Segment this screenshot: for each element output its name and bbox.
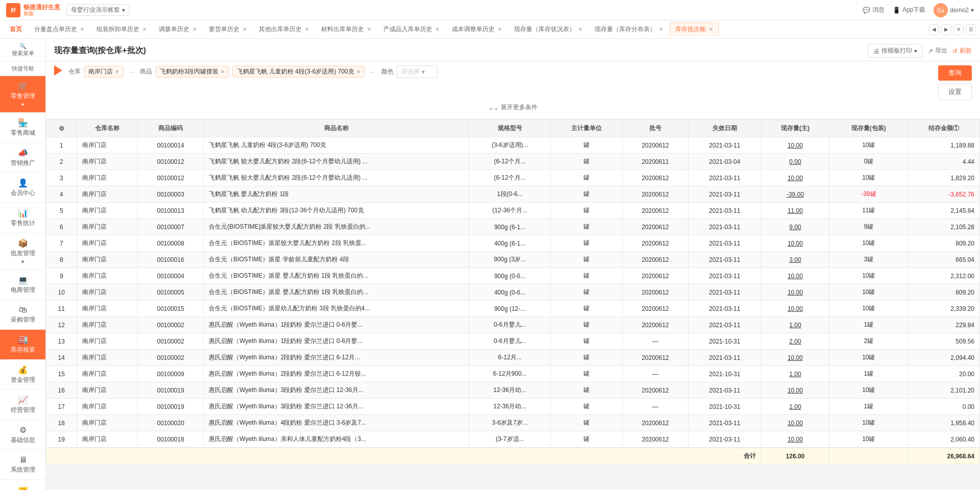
- remove-product-tag1-btn[interactable]: ✕: [220, 69, 225, 75]
- tab-other-out[interactable]: 其他出库单历史 ✕: [253, 22, 314, 36]
- sidebar-item-ecommerce[interactable]: 💻 电商管理: [0, 270, 45, 300]
- tab-require[interactable]: 要货单历史 ✕: [203, 22, 252, 36]
- row-qty[interactable]: 1.00: [761, 366, 829, 382]
- sidebar-item-system[interactable]: 🖥 系统管理: [0, 450, 45, 480]
- sidebar-item-operation[interactable]: 📈 经营管理: [0, 390, 45, 420]
- row-amount: 809.20: [908, 235, 980, 252]
- row-amount: 0.00: [908, 399, 980, 415]
- row-qty[interactable]: 10.00: [761, 301, 829, 317]
- row-qty[interactable]: 10.00: [761, 235, 829, 252]
- row-qty[interactable]: 3.00: [761, 252, 829, 268]
- refresh-btn[interactable]: ↺ 刷新: [952, 46, 972, 55]
- close-icon[interactable]: ✕: [367, 27, 371, 32]
- tab-prev-btn[interactable]: ◀: [929, 24, 939, 35]
- row-warehouse: 南岸门店: [77, 154, 138, 170]
- print-btn[interactable]: 🖨 按模板打印 ▾: [868, 44, 923, 58]
- expand-conditions-btn[interactable]: ⌄⌄ 展开更多条件: [488, 103, 537, 112]
- tab-split[interactable]: 分量盘点单历史 ✕: [29, 22, 90, 36]
- user-menu[interactable]: Ea demo2 ▾: [934, 3, 974, 17]
- sidebar-item-retail[interactable]: 🛒 零售管理 ▾: [0, 76, 45, 113]
- row-spec: 6-12月900...: [469, 366, 551, 382]
- close-icon[interactable]: ✕: [192, 27, 197, 32]
- sidebar-item-inventory[interactable]: 🏭 库存核算: [0, 330, 45, 360]
- workspace-select[interactable]: 母婴行业演示账套 ▾: [66, 4, 130, 16]
- row-name: 飞鹤星飞帆 幼儿配方奶粉 3段(12-36个月幼儿适用) 700克: [204, 203, 469, 219]
- close-icon[interactable]: ✕: [142, 27, 146, 32]
- sidebar-item-purchase[interactable]: 🛍 采购管理: [0, 300, 45, 330]
- row-batch: 20200612: [622, 137, 688, 154]
- row-unit: 罐: [551, 415, 622, 431]
- sidebar-item-wholesale[interactable]: 📦 批发管理 ▾: [0, 233, 45, 270]
- row-qty[interactable]: -39.00: [761, 186, 829, 203]
- row-unit: 罐: [551, 333, 622, 350]
- export-btn[interactable]: ↗ 导出: [928, 46, 947, 55]
- app-download-btn[interactable]: 📱 App下载: [893, 6, 925, 14]
- row-pkg: 10罐: [829, 235, 908, 252]
- row-qty[interactable]: 1.00: [761, 399, 829, 415]
- close-icon[interactable]: ✕: [659, 27, 663, 32]
- close-icon[interactable]: ✕: [305, 27, 309, 32]
- row-name: 飞鹤星飞帆 婴儿配方奶粉 1段: [204, 186, 469, 203]
- row-qty[interactable]: 2.00: [761, 333, 829, 350]
- close-icon[interactable]: ✕: [242, 27, 247, 32]
- row-code: 00100005: [138, 284, 204, 301]
- tab-next-btn[interactable]: ▶: [941, 24, 951, 35]
- sidebar-quick-nav[interactable]: 快捷导航: [0, 62, 45, 76]
- close-icon[interactable]: ✕: [578, 27, 582, 32]
- row-warehouse: 南岸门店: [77, 301, 138, 317]
- row-qty[interactable]: 0.00: [761, 154, 829, 170]
- row-qty[interactable]: 10.00: [761, 284, 829, 301]
- row-qty[interactable]: 10.00: [761, 382, 829, 399]
- row-qty[interactable]: 11.00: [761, 203, 829, 219]
- sidebar-search[interactable]: 🔍 搜索菜单: [0, 39, 45, 62]
- close-icon[interactable]: ✕: [80, 27, 84, 32]
- row-expire: 2021-03-11: [688, 203, 761, 219]
- tab-product-in[interactable]: 产成品入库单历史 ✕: [378, 22, 445, 36]
- sidebar-item-retail-shop[interactable]: 🏪 零售商城: [0, 113, 45, 143]
- sidebar-item-retail-stats[interactable]: 📊 零售统计: [0, 203, 45, 233]
- remove-product-tag2-btn[interactable]: ✕: [356, 69, 360, 75]
- table-container[interactable]: ⚙ 仓库名称 商品编码 商品名称 规格型号 主计量单位 批号 失效日期 现存量(…: [46, 119, 980, 490]
- sidebar-item-basics[interactable]: ⚙ 基础信息: [0, 420, 45, 450]
- tab-stock-status[interactable]: 现存量（库存状况表） ✕: [508, 22, 588, 36]
- color-select[interactable]: 请选择 ▾: [397, 65, 437, 78]
- sidebar-item-enterprise[interactable]: 🤝 企业协同: [0, 480, 45, 490]
- sidebar-item-finance[interactable]: 💰 资金管理: [0, 360, 45, 390]
- warehouse-more-btn[interactable]: ···: [127, 68, 136, 76]
- collapse-arrow[interactable]: [54, 65, 62, 76]
- row-spec: 12-36月幼...: [469, 382, 551, 399]
- remove-warehouse-btn[interactable]: ✕: [115, 69, 119, 75]
- close-icon[interactable]: ✕: [709, 27, 713, 32]
- row-qty[interactable]: 10.00: [761, 268, 829, 284]
- row-qty[interactable]: 1.00: [761, 317, 829, 333]
- tab-home[interactable]: 首页: [4, 22, 28, 36]
- tab-cost-adj[interactable]: 成本调整单历史 ✕: [446, 22, 507, 36]
- row-qty[interactable]: 10.00: [761, 137, 829, 154]
- row-no: 9: [46, 268, 77, 284]
- message-btn[interactable]: 💬 消息: [863, 6, 885, 14]
- tab-menu-btn[interactable]: ☰: [966, 24, 976, 35]
- row-no: 3: [46, 170, 77, 186]
- tab-material-out[interactable]: 材料出库单历史 ✕: [315, 22, 377, 36]
- tab-stock-dist[interactable]: 现存量（库存分布表） ✕: [589, 22, 669, 36]
- close-icon[interactable]: ✕: [435, 27, 439, 32]
- row-qty[interactable]: 10.00: [761, 431, 829, 448]
- sidebar-item-member[interactable]: 👤 会员中心: [0, 173, 45, 203]
- row-spec: 900g (12-...: [469, 301, 551, 317]
- table-header-gear[interactable]: ⚙: [46, 120, 77, 137]
- product-more-btn[interactable]: ···: [368, 68, 377, 76]
- tab-dismantle[interactable]: 组装拆卸单历史 ✕: [91, 22, 152, 36]
- row-unit: 罐: [551, 382, 622, 399]
- row-qty[interactable]: 9.00: [761, 219, 829, 235]
- sidebar-item-marketing[interactable]: 📣 营销推广: [0, 143, 45, 173]
- tab-transfer[interactable]: 调拨单历史 ✕: [153, 22, 202, 36]
- close-icon[interactable]: ✕: [498, 27, 502, 32]
- row-qty[interactable]: 10.00: [761, 350, 829, 366]
- setting-btn[interactable]: 设置: [938, 84, 972, 100]
- row-qty[interactable]: 10.00: [761, 415, 829, 431]
- tab-batch-account[interactable]: 库存批次账 ✕: [670, 22, 719, 36]
- query-btn[interactable]: 查询: [938, 65, 972, 81]
- tab-close-all-btn[interactable]: ✕: [953, 24, 964, 35]
- table-header-amount: 结存金额①: [908, 120, 980, 137]
- row-qty[interactable]: 10.00: [761, 170, 829, 186]
